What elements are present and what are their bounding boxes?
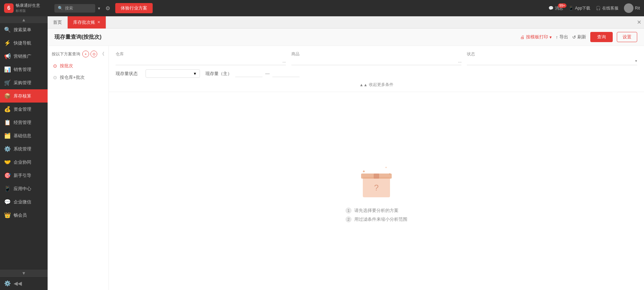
sidebar-item-wechat[interactable]: 💬 企业微信 xyxy=(0,195,48,209)
sidebar-item-purchase[interactable]: 🛒 采购管理 xyxy=(0,76,48,89)
sidebar-item-finance[interactable]: 💰 资金管理 xyxy=(0,103,48,116)
filter-settings-btn[interactable]: ⊙ xyxy=(90,51,97,57)
page-header-actions: 🖨 按模板打印 ▾ ↑ 导出 ↺ 刷新 查询 设置 xyxy=(520,32,638,42)
add-filter-btn[interactable]: + xyxy=(82,51,89,57)
svg-text:✦: ✦ xyxy=(388,172,391,176)
search-row-2: 现存量状态 ▾ 现存量（主） xyxy=(116,69,637,78)
marketing-icon: 📢 xyxy=(4,53,11,59)
warehouse-field: 仓库 ... xyxy=(116,51,286,65)
stock-status-group: 现存量状态 ▾ xyxy=(116,69,200,78)
stock-status-label: 现存量状态 xyxy=(116,71,143,77)
product-input[interactable] xyxy=(291,58,458,64)
filter-item-by-warehouse-batch[interactable]: ⊙ 按仓库+批次 xyxy=(48,72,108,83)
svg-text:✦: ✦ xyxy=(362,169,366,174)
print-btn[interactable]: 🖨 按模板打印 ▾ xyxy=(520,34,552,40)
wechat-icon: 💬 xyxy=(4,199,11,205)
stock-qty-label: 现存量（主） xyxy=(205,71,233,77)
filter-collapse-btn[interactable]: 《 xyxy=(100,51,104,57)
main-settings-btn[interactable]: 设置 xyxy=(617,32,637,42)
search-placeholder: 搜索 xyxy=(65,5,73,11)
filter-panel-icons: + ⊙ xyxy=(82,51,97,57)
operations-icon: 📋 xyxy=(4,119,11,126)
status-label: 状态 xyxy=(467,51,637,57)
sidebar-collapse-icon[interactable]: ◀◀ xyxy=(14,280,22,287)
filter-item-warehouse-batch-label: 按仓库+批次 xyxy=(60,74,85,80)
experience-btn[interactable]: 体验行业方案 xyxy=(115,3,153,13)
warehouse-input-row: ... xyxy=(116,58,286,65)
finance-icon: 💰 xyxy=(4,106,11,112)
hint-number-2: 2 xyxy=(345,216,352,222)
search-icon: 🔍 xyxy=(58,6,63,11)
product-label: 商品 xyxy=(291,51,462,57)
collapse-filter-label: 收起更多条件 xyxy=(369,82,393,88)
tab-close-icon[interactable]: ✕ xyxy=(97,20,100,24)
sidebar-settings-icon[interactable]: ⚙️ xyxy=(4,280,11,287)
stock-status-dropdown[interactable]: ▾ xyxy=(146,69,200,78)
sidebar-item-system[interactable]: ⚙️ 系统管理 xyxy=(0,142,48,156)
warehouse-batch-icon: ⊙ xyxy=(53,75,57,80)
messages-item[interactable]: 💬 消息 99+ xyxy=(548,5,563,11)
stock-qty-range: — xyxy=(235,70,300,77)
sidebar-item-sales[interactable]: 📊 销售管理 xyxy=(0,63,48,76)
filter-item-by-batch[interactable]: ⊙ 按批次 xyxy=(48,60,108,72)
product-dots[interactable]: ... xyxy=(458,59,461,64)
basic-icon: 🗂️ xyxy=(4,132,11,139)
sidebar-scroll-up[interactable]: ▲ xyxy=(0,16,48,23)
status-input[interactable] xyxy=(467,58,635,64)
settings-gear-icon[interactable]: ⚙ xyxy=(103,3,113,13)
inventory-icon: 📦 xyxy=(4,93,11,99)
app-name: 畅康通好生意 xyxy=(16,3,40,8)
phone-icon: 📱 xyxy=(569,6,574,11)
system-icon: ⚙️ xyxy=(4,146,11,152)
svg-text:✦: ✦ xyxy=(385,166,387,169)
logo-area: 6 畅康通好生意 标准版 xyxy=(4,3,52,13)
sales-icon: 📊 xyxy=(4,66,11,73)
sidebar-scroll-down[interactable]: ▼ xyxy=(0,270,48,276)
sidebar-item-basic[interactable]: 🗂️ 基础信息 xyxy=(0,129,48,142)
sidebar-item-marketing[interactable]: 📢 营销推广 xyxy=(0,50,48,63)
stock-qty-min-input[interactable] xyxy=(235,70,262,77)
batch-active-icon: ⊙ xyxy=(53,63,57,69)
sidebar-item-inventory[interactable]: 📦 库存核算 xyxy=(0,89,48,103)
newbie-icon: 🎯 xyxy=(4,172,11,179)
purchase-icon: 🛒 xyxy=(4,79,11,86)
svg-rect-2 xyxy=(374,174,379,179)
export-btn[interactable]: ↑ 导出 xyxy=(556,34,569,40)
sidebar-items: 🔍 搜索菜单 ⚡ 快捷导航 📢 营销推广 📊 销售管理 🛒 采购管理 📦 xyxy=(0,23,48,270)
message-icon: 💬 xyxy=(548,6,554,11)
user-avatar-item[interactable]: Rit xyxy=(624,3,640,13)
sidebar-item-enterprise[interactable]: 🤝 企业协同 xyxy=(0,156,48,169)
warehouse-label: 仓库 xyxy=(116,51,286,57)
sidebar-item-search-menu[interactable]: 🔍 搜索菜单 xyxy=(0,23,48,36)
user-name: Rit xyxy=(635,6,640,11)
tab-end-close-btn[interactable]: ✕ xyxy=(637,19,641,25)
header-search[interactable]: 🔍 搜索 xyxy=(54,4,95,13)
filter-item-batch-label: 按批次 xyxy=(60,63,73,69)
main-query-btn[interactable]: 查询 xyxy=(590,32,613,42)
tabs-bar: 首页 库存批次账 ✕ ✕ xyxy=(48,16,644,29)
collapse-filter-btn[interactable]: ▲▲ 收起更多条件 xyxy=(359,82,393,88)
enterprise-icon: 🤝 xyxy=(4,159,11,165)
range-dash: — xyxy=(265,71,270,76)
status-field: 状态 ▾ xyxy=(467,51,637,65)
app-version: 标准版 xyxy=(16,8,40,13)
page-header: 现存量查询(按批次) 🖨 按模板打印 ▾ ↑ 导出 ↺ 刷新 xyxy=(48,29,644,46)
sidebar-item-quick-nav[interactable]: ⚡ 快捷导航 xyxy=(0,36,48,50)
app-download-item[interactable]: 📱 App下载 xyxy=(569,5,590,11)
header-dropdown-btn[interactable]: ▾ xyxy=(98,6,100,11)
refresh-icon: ↺ xyxy=(572,35,576,40)
refresh-btn[interactable]: ↺ 刷新 xyxy=(572,34,586,40)
tab-inventory-batch[interactable]: 库存批次账 ✕ xyxy=(68,16,106,29)
online-service-item[interactable]: 🎧 在线客服 xyxy=(596,5,618,11)
warehouse-dots[interactable]: ... xyxy=(283,59,286,64)
page-title: 现存量查询(按批次) xyxy=(54,34,102,41)
sidebar-item-vip[interactable]: 👑 畅会员 xyxy=(0,209,48,222)
status-dropdown-icon[interactable]: ▾ xyxy=(635,59,637,63)
sidebar-item-newbie[interactable]: 🎯 新手引导 xyxy=(0,169,48,182)
sidebar-item-operations[interactable]: 📋 经营管理 xyxy=(0,116,48,129)
sidebar-item-app-center[interactable]: 📱 应用中心 xyxy=(0,182,48,195)
warehouse-input[interactable] xyxy=(116,58,283,64)
tab-home[interactable]: 首页 xyxy=(48,16,68,29)
stock-status-arrow: ▾ xyxy=(194,71,196,76)
stock-qty-max-input[interactable] xyxy=(272,70,300,77)
